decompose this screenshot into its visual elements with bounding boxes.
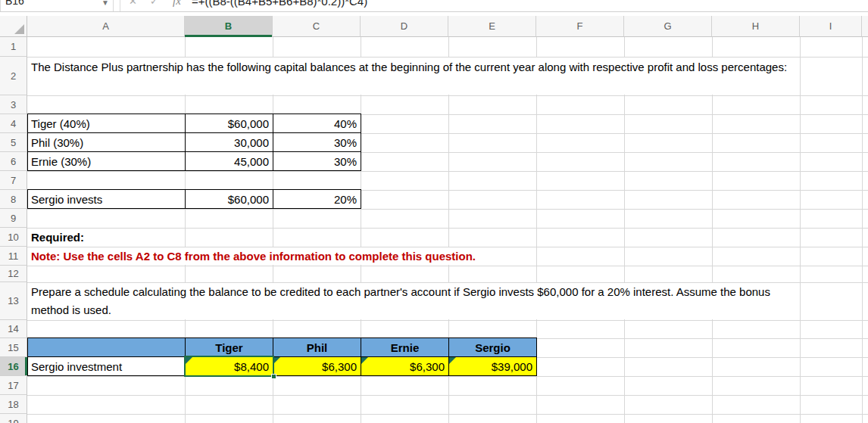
cell-D16-value: $6,300 [410, 360, 445, 373]
cell-C5[interactable]: 30% [273, 133, 361, 152]
column-header-G[interactable]: G [624, 16, 712, 37]
flag-triangle-icon [449, 357, 456, 364]
flag-triangle-icon [361, 357, 368, 364]
column-header-B[interactable]: B [185, 16, 273, 37]
gridline [27, 266, 868, 266]
row-header-16[interactable]: 16 [0, 357, 27, 376]
cell-C6[interactable]: 30% [273, 152, 361, 171]
select-all-triangle-icon [14, 24, 24, 34]
column-header-F[interactable]: F [536, 16, 624, 37]
gridline [27, 320, 868, 321]
cell-A8[interactable]: Sergio invests [28, 190, 186, 209]
cell-A2-intro-text[interactable]: The Distance Plus partnership has the fo… [28, 58, 800, 95]
cancel-icon[interactable]: ✕ [129, 0, 137, 12]
row-header-10[interactable]: 10 [0, 228, 27, 247]
cell-C8[interactable]: 20% [273, 190, 361, 209]
cell-B15[interactable]: Tiger [186, 338, 273, 357]
row-header-19[interactable]: 19 [0, 414, 27, 423]
row-header-11[interactable]: 11 [0, 247, 27, 266]
fill-handle[interactable] [271, 374, 276, 379]
cell-D16[interactable]: $6,300 [361, 357, 449, 376]
cell-reference: B16 [5, 0, 24, 7]
row-header-9[interactable]: 9 [0, 209, 27, 228]
cell-A4[interactable]: Tiger (40%) [28, 114, 186, 133]
column-header-E[interactable]: E [448, 16, 536, 37]
column-header-H[interactable]: H [712, 16, 800, 37]
cell-A16[interactable]: Sergio investment [28, 357, 186, 376]
cell-B4[interactable]: $60,000 [186, 114, 273, 133]
row-header-4[interactable]: 4 [0, 114, 27, 133]
cell-E16-value: $39,000 [492, 360, 532, 373]
formula-bar: B16 ▼ ✕ ✓ fx =+((B8-((B4+B5+B6+B8)*0.2))… [0, 0, 868, 12]
cell-C16-value: $6,300 [322, 360, 357, 373]
cell-A13-instruction-text[interactable]: Prepare a schedule calculating the balan… [28, 283, 800, 319]
cell-A6[interactable]: Ernie (30%) [28, 152, 186, 171]
cell-A10-required-label[interactable]: Required: [28, 229, 184, 246]
row-header-5[interactable]: 5 [0, 133, 27, 152]
cell-A5[interactable]: Phil (30%) [28, 133, 186, 152]
flag-triangle-icon [273, 357, 280, 364]
cell-B16-value: $8,400 [234, 360, 269, 373]
formula-input[interactable]: =+((B8-((B4+B5+B6+B8)*0.2))*C4) [192, 0, 367, 12]
enter-icon[interactable]: ✓ [150, 0, 158, 12]
column-header-D[interactable]: D [361, 16, 448, 37]
row-header-2[interactable]: 2 [0, 57, 27, 95]
column-header-I[interactable]: I [800, 16, 862, 37]
gridline [27, 209, 868, 210]
row-header-8[interactable]: 8 [0, 190, 27, 209]
spreadsheet-app: B16 ▼ ✕ ✓ fx =+((B8-((B4+B5+B6+B8)*0.2))… [0, 0, 868, 423]
cell-C15[interactable]: Phil [273, 338, 361, 357]
row-header-15[interactable]: 15 [0, 338, 27, 357]
gridline [27, 171, 868, 172]
cell-A11-note-text[interactable]: Note: Use the cells A2 to C8 from the ab… [28, 247, 535, 265]
column-header-A[interactable]: A [27, 16, 185, 37]
cell-A15[interactable] [28, 338, 186, 357]
row-header-3[interactable]: 3 [0, 95, 27, 114]
schedule-table: Tiger Phil Ernie Sergio Sergio investmen… [27, 337, 537, 376]
cell-B16[interactable]: $8,400 [186, 357, 273, 376]
formula-bar-divider [120, 0, 120, 12]
gridline [27, 414, 868, 415]
fx-icon[interactable]: fx [173, 0, 181, 12]
chevron-down-icon[interactable]: ▼ [101, 0, 109, 12]
cell-D15[interactable]: Ernie [361, 338, 449, 357]
gridline [27, 395, 868, 396]
cell-B8[interactable]: $60,000 [186, 190, 273, 209]
flag-triangle-icon [186, 357, 192, 364]
row-header-12[interactable]: 12 [0, 266, 27, 282]
row-header-14[interactable]: 14 [0, 320, 27, 338]
column-header-C[interactable]: C [273, 16, 361, 37]
row-header-17[interactable]: 17 [0, 376, 27, 395]
gridline [27, 376, 868, 377]
cell-E16[interactable]: $39,000 [449, 357, 537, 376]
gridline [27, 95, 868, 96]
row-header-13[interactable]: 13 [0, 282, 27, 320]
cell-B6[interactable]: 45,000 [186, 152, 273, 171]
row-header-18[interactable]: 18 [0, 395, 27, 414]
cell-B5[interactable]: 30,000 [186, 133, 273, 152]
row-header-6[interactable]: 6 [0, 152, 27, 171]
sergio-invests-table: Sergio invests $60,000 20% [27, 189, 361, 209]
capital-balances-table: Tiger (40%) $60,000 40% Phil (30%) 30,00… [27, 114, 361, 171]
cell-E15[interactable]: Sergio [449, 338, 537, 357]
row-header-1[interactable]: 1 [0, 37, 27, 57]
row-header-7[interactable]: 7 [0, 171, 27, 190]
cell-C4[interactable]: 40% [273, 114, 361, 133]
cell-C16[interactable]: $6,300 [273, 357, 361, 376]
select-all-corner[interactable] [0, 16, 27, 37]
name-box[interactable]: B16 ▼ [0, 0, 114, 12]
